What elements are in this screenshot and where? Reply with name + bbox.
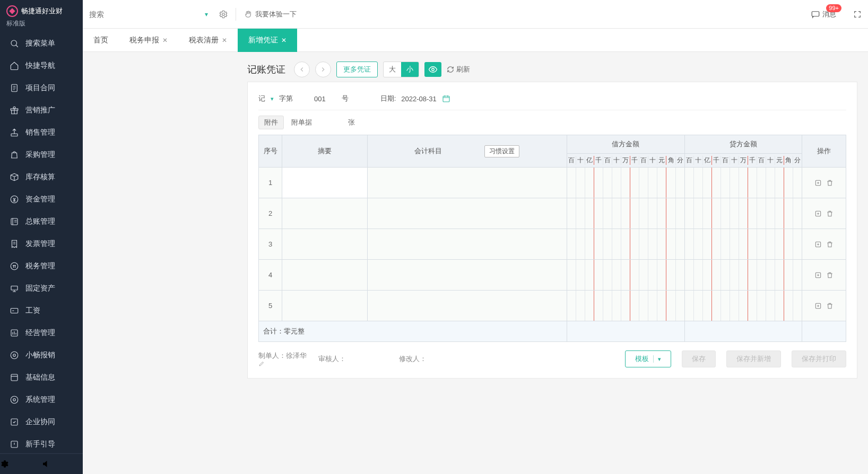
habit-settings-button[interactable]: 习惯设置	[484, 145, 519, 157]
messages-button[interactable]: 消息 99+	[811, 10, 836, 19]
table-row: 4	[259, 260, 846, 291]
subject-cell[interactable]	[367, 260, 567, 291]
sidebar-item-label: 资金管理	[25, 195, 55, 204]
save-and-new-button[interactable]: 保存并新增	[726, 350, 781, 367]
tab-0[interactable]: 首页	[83, 29, 119, 52]
subject-cell[interactable]	[367, 229, 567, 260]
tab-1[interactable]: 税务申报✕	[119, 29, 178, 52]
template-caret-icon[interactable]: ▾	[658, 356, 661, 363]
try-label: 我要体验一下	[255, 10, 297, 19]
box-icon	[10, 172, 19, 182]
add-row-button[interactable]	[814, 179, 822, 187]
sidebar-item-label: 项目合同	[25, 83, 55, 93]
sidebar-item-7[interactable]: 资金管理	[0, 188, 83, 210]
delete-row-button[interactable]	[826, 241, 834, 248]
delete-row-button[interactable]	[826, 179, 834, 187]
sidebar-item-14[interactable]: 小畅报销	[0, 344, 83, 366]
tab-close-button[interactable]: ✕	[162, 37, 168, 44]
sidebar-item-15[interactable]: 基础信息	[0, 366, 83, 389]
asset-icon	[10, 284, 19, 293]
size-small-button[interactable]: 小	[401, 62, 419, 77]
sound-footer-button[interactable]	[41, 454, 83, 474]
date-value[interactable]: 2022-08-31	[401, 95, 437, 103]
preview-button[interactable]	[424, 62, 441, 77]
subject-cell[interactable]	[367, 168, 567, 198]
global-search[interactable]: ▾	[89, 7, 211, 22]
svg-point-6	[11, 262, 18, 270]
subject-cell[interactable]	[367, 198, 567, 229]
edit-maker-button[interactable]	[258, 361, 308, 367]
eye-icon	[428, 65, 438, 74]
add-row-button[interactable]	[814, 302, 822, 310]
sidebar-item-11[interactable]: 固定资产	[0, 277, 83, 300]
sidebar-item-2[interactable]: 项目合同	[0, 77, 83, 99]
refresh-button[interactable]: 刷新	[447, 65, 470, 74]
add-row-button[interactable]	[814, 271, 822, 279]
sidebar-item-18[interactable]: 新手引导	[0, 433, 83, 453]
template-button[interactable]: 模板 ▾	[625, 350, 671, 367]
sidebar-item-5[interactable]: 采购管理	[0, 144, 83, 166]
try-experience-button[interactable]: 我要体验一下	[244, 10, 297, 19]
sidebar-item-4[interactable]: 销售管理	[0, 121, 83, 144]
tab-close-button[interactable]: ✕	[281, 37, 287, 44]
svg-point-17	[222, 13, 225, 15]
add-row-button[interactable]	[814, 210, 822, 217]
credit-cell[interactable]	[684, 291, 802, 321]
tab-2[interactable]: 税表清册✕	[178, 29, 238, 52]
credit-cell[interactable]	[684, 229, 802, 260]
voucher-type[interactable]: 记	[258, 94, 265, 103]
voucher-header: 记 ▾ 字第 001 号 日期: 2022-08-31	[258, 91, 846, 110]
abstract-cell[interactable]	[282, 229, 368, 260]
sidebar-item-8[interactable]: 总账管理	[0, 210, 83, 233]
sidebar-item-10[interactable]: 税务管理	[0, 255, 83, 277]
credit-cell[interactable]	[684, 260, 802, 291]
sidebar-item-1[interactable]: 快捷导航	[0, 55, 83, 77]
abstract-cell[interactable]	[282, 291, 368, 321]
tab-close-button[interactable]: ✕	[222, 37, 227, 44]
sidebar-item-9[interactable]: 发票管理	[0, 233, 83, 255]
debit-cell[interactable]	[567, 198, 684, 229]
seq-cell: 3	[259, 229, 282, 260]
tab-3[interactable]: 新增凭证✕	[238, 29, 297, 52]
sidebar-item-0[interactable]: 搜索菜单	[0, 32, 83, 55]
prev-voucher-button[interactable]	[294, 62, 310, 77]
svg-point-0	[11, 40, 17, 46]
debit-cell[interactable]	[567, 229, 684, 260]
delete-row-button[interactable]	[826, 271, 834, 279]
save-button[interactable]: 保存	[682, 350, 716, 367]
sidebar-item-6[interactable]: 库存核算	[0, 166, 83, 188]
sidebar-item-12[interactable]: 工资	[0, 300, 83, 322]
sidebar-item-17[interactable]: 企业协同	[0, 411, 83, 433]
sidebar-item-13[interactable]: 经营管理	[0, 322, 83, 344]
abstract-input[interactable]	[282, 168, 367, 196]
search-input[interactable]	[89, 7, 202, 22]
debit-cell[interactable]	[567, 260, 684, 291]
abstract-cell[interactable]	[282, 198, 368, 229]
voucher-number[interactable]: 001	[314, 95, 326, 103]
credit-cell[interactable]	[684, 168, 802, 198]
modifier-label: 修改人：	[399, 354, 427, 364]
subject-cell[interactable]	[367, 291, 567, 321]
sidebar-item-3[interactable]: 营销推广	[0, 99, 83, 121]
attachment-button[interactable]: 附件	[258, 116, 284, 129]
debit-cell[interactable]	[567, 168, 684, 198]
save-and-print-button[interactable]: 保存并打印	[792, 350, 846, 367]
sidebar-item-16[interactable]: 系统管理	[0, 389, 83, 411]
delete-row-button[interactable]	[826, 210, 834, 217]
search-settings-button[interactable]	[219, 10, 228, 19]
delete-row-button[interactable]	[826, 302, 834, 310]
debit-cell[interactable]	[567, 291, 684, 321]
search-dropdown-caret-icon[interactable]: ▾	[202, 11, 211, 18]
table-row: 3	[259, 229, 846, 260]
next-voucher-button[interactable]	[315, 62, 331, 77]
more-vouchers-button[interactable]: 更多凭证	[336, 62, 378, 77]
size-big-button[interactable]: 大	[384, 62, 401, 77]
abstract-cell[interactable]	[282, 260, 368, 291]
credit-cell[interactable]	[684, 198, 802, 229]
add-row-button[interactable]	[814, 241, 822, 248]
settings-footer-button[interactable]	[0, 454, 41, 474]
fullscreen-button[interactable]	[853, 10, 862, 19]
voucher-type-caret-icon[interactable]: ▾	[271, 95, 274, 102]
date-picker-button[interactable]	[442, 94, 450, 103]
abstract-cell[interactable]	[282, 168, 368, 198]
